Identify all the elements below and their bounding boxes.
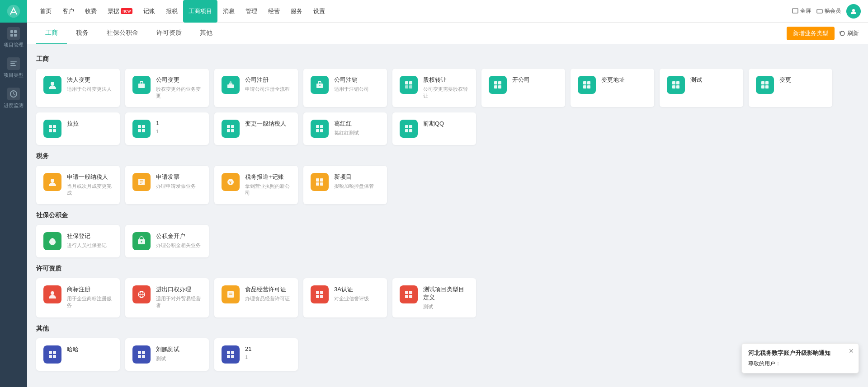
card-company-change[interactable]: 公司变更 股权变更外的业务变更: [125, 69, 209, 107]
new-project-icon: [311, 173, 329, 191]
nav-home[interactable]: 首页: [34, 0, 57, 23]
tax-report-icon: ¥: [222, 173, 240, 191]
notification-close-btn[interactable]: ✕: [849, 347, 854, 354]
nav-message[interactable]: 消息: [217, 0, 240, 23]
card-3a-cert[interactable]: 3A认证 对企业信誉评级: [303, 278, 387, 317]
card-change-address[interactable]: 变更地址: [571, 69, 654, 107]
sidebar-logo[interactable]: [0, 0, 27, 23]
import-export-icon: [132, 285, 151, 303]
svg-rect-21: [405, 85, 408, 89]
card-trademark[interactable]: 商标注册 用于企业商标注册服务: [36, 278, 120, 317]
company-cancel-icon: [311, 76, 329, 94]
nav-operations[interactable]: 经营: [263, 0, 285, 23]
company-change-icon: [132, 76, 151, 94]
svg-rect-20: [409, 81, 412, 84]
vip-btn[interactable]: 畅会员: [816, 7, 841, 15]
topnav: 首页 客户 收费 票据 new 记账 报税 工商项目 消息 管理 经营 服务 设…: [27, 0, 868, 23]
nav-ticket[interactable]: 票据 new: [102, 0, 138, 23]
company-register-icon: [222, 76, 240, 94]
sidebar-label-project-mgmt: 项目管理: [4, 42, 24, 48]
card-liupeng[interactable]: 刘鹏测试 测试: [125, 338, 209, 371]
nav-tax[interactable]: 报税: [160, 0, 183, 23]
add-biztype-button[interactable]: 新增业务类型: [787, 27, 835, 40]
subtab-shuiwu[interactable]: 税务: [67, 23, 98, 44]
sidebar-item-project-type[interactable]: 项目类型: [0, 53, 27, 83]
company-cancel-title: 公司注销: [334, 76, 380, 84]
trademark-icon: [43, 285, 61, 303]
svg-rect-52: [320, 125, 323, 128]
svg-rect-36: [765, 81, 769, 84]
card-qianqi-qq[interactable]: 前期QQ: [392, 112, 476, 145]
svg-rect-2: [14, 30, 17, 33]
svg-rect-6: [10, 63, 15, 64]
haha-icon: [43, 345, 61, 364]
lala-icon: [43, 120, 61, 138]
nav-billing[interactable]: 收费: [80, 0, 102, 23]
sidebar: 项目管理 项目类型 进度监测: [0, 0, 27, 387]
svg-rect-22: [409, 85, 412, 89]
mahonghong-icon: [311, 120, 329, 138]
refresh-button[interactable]: 刷新: [839, 29, 859, 37]
svg-rect-23: [494, 81, 497, 84]
card-food-license[interactable]: 食品经营许可证 办理食品经营许可证: [214, 278, 298, 317]
svg-rect-84: [405, 291, 408, 294]
svg-rect-24: [498, 81, 501, 84]
card-twentyone[interactable]: 21 1: [214, 338, 298, 371]
card-apply-taxpayer[interactable]: 申请一般纳税人 当月或次月成变更完成: [36, 166, 120, 204]
card-company-register[interactable]: 公司注册 申请公司注册全流程: [214, 69, 298, 107]
apply-taxpayer-icon: [43, 173, 61, 191]
svg-rect-89: [53, 351, 56, 354]
card-company-cancel[interactable]: 公司注销 适用于注销公司: [303, 69, 387, 107]
svg-rect-31: [672, 81, 675, 84]
card-apply-invoice[interactable]: 申请发票 办理申请发票业务: [125, 166, 209, 204]
card-test1[interactable]: 测试: [660, 69, 743, 107]
svg-rect-92: [138, 351, 141, 354]
card-haha[interactable]: 哈哈: [36, 338, 120, 371]
card-import-export[interactable]: 进出口权办理 适用于对外贸易经营者: [125, 278, 209, 317]
open-company-title: 开公司: [512, 76, 558, 84]
svg-rect-34: [676, 85, 679, 89]
card-one[interactable]: 1 1: [125, 112, 209, 145]
content: 工商 税务 社保公积金 许可资质 其他 新增业务类型 刷新 工商: [27, 23, 868, 387]
section-shebao: 社保公积金 社保登记 进行人员社保登记: [36, 211, 859, 257]
subtab-gongshang[interactable]: 工商: [36, 23, 67, 44]
card-legal-change[interactable]: 法人变更 适用于公司变更法人: [36, 69, 120, 107]
sidebar-item-project-mgmt[interactable]: 项目管理: [0, 23, 27, 53]
project-mgmt-icon: [7, 27, 20, 40]
nav-bizproject[interactable]: 工商项目: [183, 0, 217, 23]
svg-rect-38: [765, 85, 769, 89]
svg-rect-58: [409, 129, 412, 132]
equity-transfer-desc: 公司变更需要股权转让: [423, 86, 469, 100]
subtab-other[interactable]: 其他: [191, 23, 222, 44]
svg-rect-67: [320, 178, 323, 182]
card-change-tax[interactable]: 变更一般纳税人: [214, 112, 298, 145]
nav-service[interactable]: 服务: [285, 0, 308, 23]
svg-rect-25: [494, 85, 497, 89]
gongshang-cards: 法人变更 适用于公司变更法人 公司变更 股权变更外的业务变更: [36, 69, 859, 145]
subtab-xuke[interactable]: 许可资质: [147, 23, 191, 44]
nav-settings[interactable]: 设置: [308, 0, 330, 23]
svg-rect-28: [587, 81, 590, 84]
fullscreen-btn[interactable]: 全屏: [792, 7, 811, 15]
card-test-proj-type[interactable]: 测试项目类型目定义 测试: [392, 278, 476, 317]
svg-point-12: [51, 82, 54, 85]
svg-point-0: [7, 5, 20, 18]
card-tax-report-accounting[interactable]: ¥ 税务报道+记账 拿到营业执照的新公司: [214, 166, 298, 204]
card-shebao-register[interactable]: 社保登记 进行人员社保登记: [36, 225, 120, 257]
card-lala[interactable]: 拉拉: [36, 112, 120, 145]
subtab-shebao[interactable]: 社保公积金: [98, 23, 147, 44]
nav-management[interactable]: 管理: [240, 0, 263, 23]
card-open-company[interactable]: 开公司: [481, 69, 565, 107]
nav-accounting[interactable]: 记账: [138, 0, 160, 23]
nav-customer[interactable]: 客户: [57, 0, 80, 23]
card-gjj-open[interactable]: 公积金开户 办理公积金相关业务: [125, 225, 209, 257]
test1-icon: [667, 76, 685, 94]
card-mahonghong[interactable]: 葛红红 葛红红测试: [303, 112, 387, 145]
card-change2[interactable]: 变更: [749, 69, 832, 107]
card-new-project[interactable]: 新项目 报税加税控盘保管: [303, 166, 387, 204]
sidebar-item-progress[interactable]: 进度监测: [0, 83, 27, 113]
svg-rect-13: [138, 84, 145, 88]
user-avatar[interactable]: [846, 4, 861, 19]
card-equity-transfer[interactable]: 股权转让 公司变更需要股权转让: [392, 69, 476, 107]
liupeng-icon: [132, 345, 151, 364]
